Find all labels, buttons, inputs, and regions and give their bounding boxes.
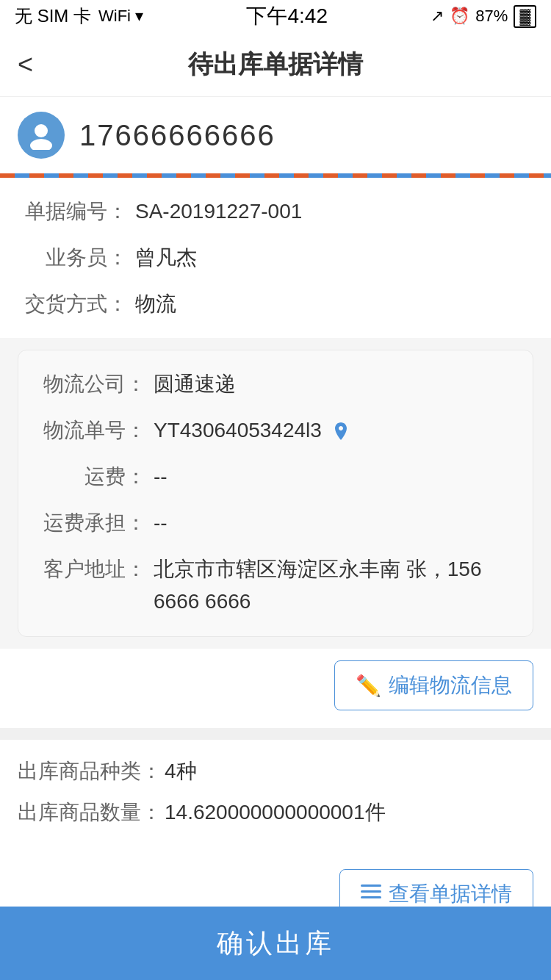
address-value: 北京市市辖区海淀区永丰南 张，156 6666 6666 [154,553,515,619]
svg-rect-4 [361,896,381,898]
svg-point-1 [30,139,52,150]
confirm-btn-text: 确认出库 [217,926,334,962]
delivery-method-value: 物流 [135,288,533,321]
status-time: 下午4:42 [246,2,328,30]
tracking-no-value: YT43064053424l3 [154,414,515,447]
alarm-icon: ⏰ [450,7,469,26]
list-icon [361,882,381,906]
product-quantity-value: 14.620000000000001件 [165,799,386,826]
freight-bearer-value: -- [154,507,515,540]
salesperson-value: 曾凡杰 [135,242,533,275]
logistics-company-value: 圆通速递 [154,368,515,401]
logistics-company-row: 物流公司： 圆通速递 [36,368,515,401]
edit-icon: ✏️ [356,674,381,698]
address-row: 客户地址： 北京市市辖区海淀区永丰南 张，156 6666 6666 [36,553,515,619]
salesperson-label: 业务员： [18,242,135,275]
product-category-value: 4种 [165,757,197,785]
user-avatar-icon [26,120,56,150]
product-category-label: 出库商品种类： [18,757,165,785]
edit-logistics-button[interactable]: ✏️ 编辑物流信息 [334,660,533,710]
carrier-text: 无 SIM 卡 [15,4,91,28]
salesperson-row: 业务员： 曾凡杰 [18,242,533,275]
basic-info-block: 单据编号： SA-20191227-001 业务员： 曾凡杰 交货方式： 物流 [0,178,551,338]
status-left: 无 SIM 卡 WiFi ▾ [15,4,143,28]
freight-bearer-row: 运费承担： -- [36,507,515,540]
product-quantity-label: 出库商品数量： [18,799,165,826]
logistics-card: 物流公司： 圆通速递 物流单号： YT43064053424l3 运费： -- … [18,350,533,637]
confirm-button-bar[interactable]: 确认出库 [0,907,551,980]
battery-icon: ▓ [514,5,536,28]
delivery-method-row: 交货方式： 物流 [18,288,533,321]
back-button[interactable]: < [18,49,33,80]
location-pin-icon[interactable] [331,421,351,442]
edit-btn-row: ✏️ 编辑物流信息 [0,649,551,728]
tracking-no-label: 物流单号： [36,414,154,447]
tracking-no-row: 物流单号： YT43064053424l3 [36,414,515,447]
edit-btn-label: 编辑物流信息 [389,671,512,699]
freight-value: -- [154,461,515,494]
svg-point-0 [35,124,48,137]
address-label: 客户地址： [36,553,154,586]
product-quantity-row: 出库商品数量： 14.620000000000001件 [18,799,533,826]
svg-rect-3 [361,890,381,893]
document-no-row: 单据编号： SA-20191227-001 [18,195,533,228]
product-section: 出库商品种类： 4种 出库商品数量： 14.620000000000001件 [0,740,551,857]
customer-phone: 17666666666 [79,119,276,152]
freight-row: 运费： -- [36,461,515,494]
customer-section: 17666666666 [0,97,551,173]
location-status-icon: ↗ [431,7,444,26]
logistics-company-label: 物流公司： [36,368,154,401]
document-no-label: 单据编号： [18,195,135,228]
status-bar: 无 SIM 卡 WiFi ▾ 下午4:42 ↗ ⏰ 87% ▓ [0,0,551,32]
document-no-value: SA-20191227-001 [135,195,533,228]
avatar [18,112,65,159]
status-right: ↗ ⏰ 87% ▓ [431,5,536,28]
freight-label: 运费： [36,461,154,494]
nav-bar: < 待出库单据详情 [0,32,551,97]
wifi-icon: WiFi ▾ [98,7,143,26]
product-category-row: 出库商品种类： 4种 [18,757,533,785]
svg-rect-2 [361,884,381,887]
page-title: 待出库单据详情 [188,48,363,82]
freight-bearer-label: 运费承担： [36,507,154,540]
view-btn-label: 查看单据详情 [389,880,512,908]
delivery-method-label: 交货方式： [18,288,135,321]
battery-text: 87% [475,7,508,26]
section-divider [0,728,551,740]
